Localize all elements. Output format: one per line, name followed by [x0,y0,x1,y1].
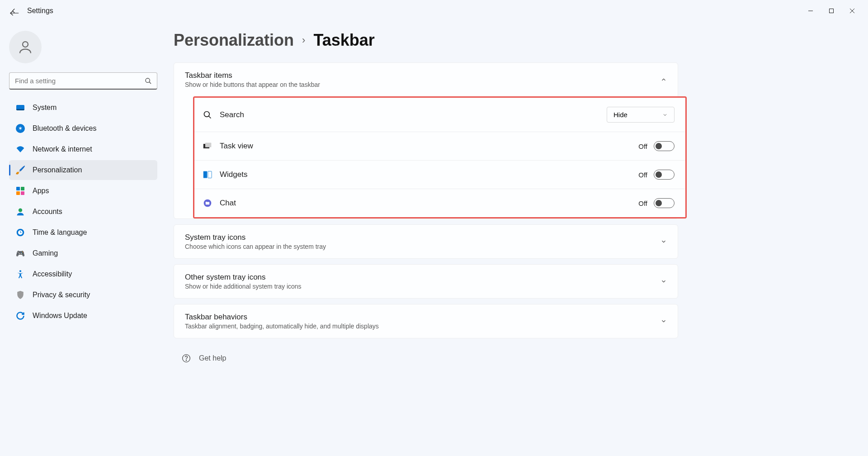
sidebar-item-network[interactable]: Network & internet [9,139,157,159]
system-tray-card[interactable]: System tray icons Choose which icons can… [174,224,678,259]
taskbar-behaviors-card[interactable]: Taskbar behaviors Taskbar alignment, bad… [174,304,678,338]
chevron-down-icon [662,112,668,118]
sidebar-item-apps[interactable]: Apps [9,181,157,201]
sidebar-item-label: Apps [33,187,49,195]
sidebar-item-gaming[interactable]: 🎮 Gaming [9,243,157,263]
widgets-row: Widgets Off [194,160,685,189]
paintbrush-icon: 🖌️ [15,165,25,175]
sidebar-item-accounts[interactable]: Accounts [9,202,157,222]
svg-point-13 [204,111,210,117]
sidebar-item-accessibility[interactable]: Accessibility [9,264,157,284]
sidebar-item-privacy[interactable]: Privacy & security [9,285,157,305]
row-label: Chat [220,199,236,208]
chevron-down-icon [660,278,667,285]
row-label: Task view [220,142,253,151]
update-icon [15,311,25,321]
svg-point-21 [206,202,207,203]
search-icon [203,110,212,120]
avatar[interactable] [9,31,42,63]
get-help-link[interactable]: Get help [182,354,678,363]
apps-icon [15,186,25,196]
section-title: Taskbar items [185,71,320,80]
app-title: Settings [27,7,53,15]
chevron-up-icon [660,76,667,83]
section-subtitle: Show or hide buttons that appear on the … [185,81,320,88]
close-button[interactable] [842,4,863,18]
minimize-button[interactable] [800,4,821,18]
accessibility-icon [15,269,25,279]
section-title: System tray icons [185,233,326,242]
window-controls [800,4,863,18]
help-label: Get help [199,354,226,362]
breadcrumb-current: Taskbar [313,31,374,50]
svg-rect-16 [205,143,211,147]
titlebar: Settings [0,0,868,22]
minimize-icon [808,8,813,14]
dropdown-value: Hide [613,111,627,119]
sidebar: System ✶ Bluetooth & devices Network & i… [0,22,166,456]
chevron-down-icon [660,238,667,245]
svg-line-14 [209,116,211,118]
shield-icon [15,290,25,300]
sidebar-item-label: Time & language [33,228,87,237]
section-subtitle: Show or hide additional system tray icon… [185,283,302,290]
sidebar-item-time[interactable]: Time & language [9,223,157,242]
svg-line-6 [149,82,151,84]
search-dropdown[interactable]: Hide [607,107,675,123]
toggle-label: Off [638,142,647,150]
sidebar-item-label: Gaming [33,249,58,257]
chat-row: Chat Off [194,189,685,217]
chat-toggle[interactable] [654,198,675,208]
row-label: Widgets [220,170,247,179]
toggle-label: Off [638,171,647,179]
svg-point-5 [146,78,150,82]
breadcrumb: Personalization › Taskbar [174,31,678,50]
svg-point-7 [19,209,22,212]
sidebar-item-label: Windows Update [33,312,87,320]
sidebar-item-update[interactable]: Windows Update [9,306,157,326]
close-icon [849,8,855,14]
person-icon [17,39,33,55]
maximize-button[interactable] [821,4,842,18]
widgets-toggle[interactable] [654,170,675,180]
svg-point-4 [23,42,28,47]
highlighted-region: Search Hide Task view Off [193,96,687,218]
svg-point-23 [186,360,186,361]
breadcrumb-parent[interactable]: Personalization [174,31,294,50]
sidebar-item-personalization[interactable]: 🖌️ Personalization [9,160,157,180]
section-subtitle: Choose which icons can appear in the sys… [185,243,326,250]
widgets-icon [203,170,212,180]
other-tray-card[interactable]: Other system tray icons Show or hide add… [174,264,678,299]
display-icon [15,103,25,113]
section-subtitle: Taskbar alignment, badging, automaticall… [185,323,379,330]
row-label: Search [220,110,244,119]
search-wrap [9,72,157,90]
svg-point-12 [19,270,21,272]
sidebar-item-label: Accessibility [33,270,72,278]
sidebar-item-label: Privacy & security [33,291,90,299]
search-icon [145,77,152,85]
help-icon [182,354,191,363]
chevron-right-icon: › [302,34,305,46]
sidebar-item-bluetooth[interactable]: ✶ Bluetooth & devices [9,119,157,138]
chevron-down-icon [660,318,667,324]
taskbar-items-header[interactable]: Taskbar items Show or hide buttons that … [174,63,678,96]
taskbar-search-row: Search Hide [194,98,685,132]
section-title: Other system tray icons [185,273,302,282]
bluetooth-icon: ✶ [15,124,25,133]
person-icon [15,207,25,217]
svg-rect-18 [208,171,212,178]
gamepad-icon: 🎮 [15,248,25,258]
taskview-icon [203,141,212,151]
svg-rect-17 [203,171,207,178]
taskview-row: Task view Off [194,132,685,160]
sidebar-item-system[interactable]: System [9,98,157,118]
taskview-toggle[interactable] [654,141,675,151]
section-title: Taskbar behaviors [185,313,379,322]
search-input[interactable] [9,72,157,90]
nav: System ✶ Bluetooth & devices Network & i… [9,98,157,326]
main-content: Personalization › Taskbar Taskbar items … [166,22,868,456]
sidebar-item-label: Accounts [33,208,62,216]
chat-icon [203,198,212,208]
taskbar-items-card: Taskbar items Show or hide buttons that … [174,62,678,219]
